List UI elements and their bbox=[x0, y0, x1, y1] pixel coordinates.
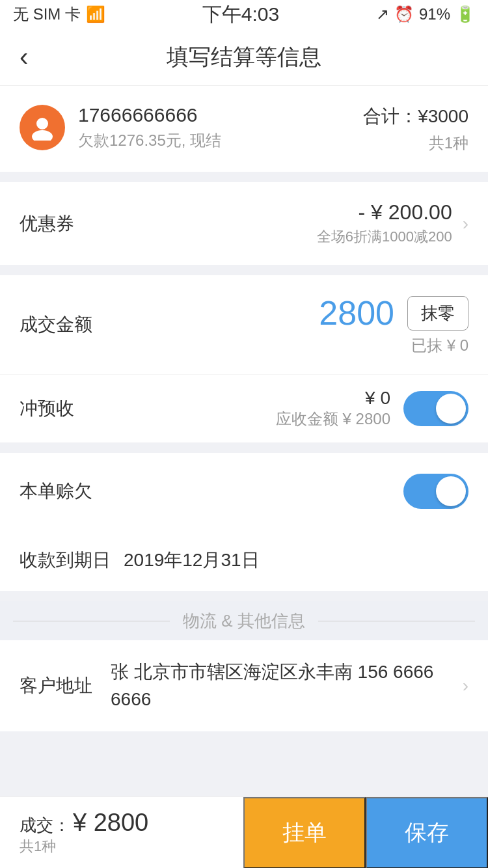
address-row[interactable]: 客户地址 张 北京市市辖区海淀区永丰南 156 6666 6666 › bbox=[0, 640, 488, 731]
bottom-deal-label: 成交： bbox=[20, 814, 70, 837]
customer-right: 合计：¥3000 共1种 bbox=[363, 104, 468, 154]
debt-toggle[interactable] bbox=[403, 474, 468, 509]
customer-left: 17666666666 欠款1276.35元, 现结 bbox=[20, 104, 221, 151]
debt-label: 本单赊欠 bbox=[20, 479, 92, 504]
address-value: 张 北京市市辖区海淀区永丰南 156 6666 6666 bbox=[111, 658, 450, 713]
deal-amount-label: 成交金额 bbox=[20, 312, 92, 337]
no-sim-label: 无 SIM 卡 bbox=[13, 4, 81, 25]
nav-bar: ‹ 填写结算等信息 bbox=[0, 29, 488, 86]
coupon-right: - ¥ 200.00 全场6折满1000减200 bbox=[317, 200, 452, 247]
divider-3 bbox=[0, 442, 488, 453]
logistics-divider: 物流 & 其他信息 bbox=[0, 601, 488, 640]
svg-point-0 bbox=[36, 118, 48, 129]
coupon-amount: - ¥ 200.00 bbox=[317, 200, 452, 224]
alarm-icon: ⏰ bbox=[394, 5, 414, 23]
customer-sub: 欠款1276.35元, 现结 bbox=[78, 130, 221, 151]
divider-line-left bbox=[13, 621, 170, 621]
customer-total: 合计：¥3000 bbox=[363, 104, 468, 129]
svg-point-1 bbox=[32, 130, 53, 141]
bottom-count: 共1种 bbox=[20, 837, 224, 856]
divider-4 bbox=[0, 591, 488, 601]
divider-2 bbox=[0, 265, 488, 275]
customer-info: 17666666666 欠款1276.35元, 现结 bbox=[78, 104, 221, 151]
deal-amount-value: 2800 抹零 bbox=[319, 293, 468, 332]
chong-label: 冲预收 bbox=[20, 396, 74, 421]
due-date-label: 收款到期日 bbox=[20, 548, 111, 573]
divider-1 bbox=[0, 172, 488, 182]
deal-section: 成交金额 2800 抹零 已抹 ¥ 0 冲预收 ¥ 0 应收金额 ¥ 2800 bbox=[0, 275, 488, 442]
chong-toggle[interactable] bbox=[403, 391, 468, 426]
status-left: 无 SIM 卡 📶 bbox=[13, 4, 105, 25]
status-bar: 无 SIM 卡 📶 下午4:03 ↗ ⏰ 91% 🔋 bbox=[0, 0, 488, 29]
location-icon: ↗ bbox=[376, 5, 389, 23]
coupon-desc: 全场6折满1000减200 bbox=[317, 227, 452, 247]
due-date-row: 收款到期日 2019年12月31日 bbox=[0, 530, 488, 591]
hold-button[interactable]: 挂单 bbox=[243, 797, 366, 869]
status-time: 下午4:03 bbox=[202, 1, 279, 28]
customer-card: 17666666666 欠款1276.35元, 现结 合计：¥3000 共1种 bbox=[0, 86, 488, 172]
deal-amount-right: 2800 抹零 已抹 ¥ 0 bbox=[319, 293, 468, 356]
chong-right: ¥ 0 应收金额 ¥ 2800 bbox=[276, 388, 468, 429]
chong-sub: 应收金额 ¥ 2800 bbox=[276, 409, 390, 429]
address-chevron: › bbox=[463, 675, 468, 696]
coupon-value-right: - ¥ 200.00 全场6折满1000减200 › bbox=[317, 200, 468, 247]
deal-amount-number: 2800 bbox=[319, 293, 394, 332]
battery-icon: 🔋 bbox=[455, 5, 475, 23]
coupon-section: 优惠券 - ¥ 200.00 全场6折满1000减200 › bbox=[0, 182, 488, 265]
chong-row: 冲预收 ¥ 0 应收金额 ¥ 2800 bbox=[0, 375, 488, 442]
chong-value: ¥ 0 应收金额 ¥ 2800 bbox=[276, 388, 390, 429]
chong-amount: ¥ 0 bbox=[276, 388, 390, 409]
avatar bbox=[20, 105, 65, 150]
customer-count: 共1种 bbox=[363, 133, 468, 154]
due-date-value: 2019年12月31日 bbox=[124, 548, 260, 573]
address-label: 客户地址 bbox=[20, 673, 98, 698]
logistics-text: 物流 & 其他信息 bbox=[183, 610, 305, 632]
coupon-chevron: › bbox=[463, 213, 468, 234]
back-button[interactable]: ‹ bbox=[20, 42, 59, 72]
coupon-label: 优惠券 bbox=[20, 211, 74, 236]
deal-amount-row: 成交金额 2800 抹零 已抹 ¥ 0 bbox=[0, 275, 488, 375]
divider-line-right bbox=[318, 621, 475, 621]
wifi-icon: 📶 bbox=[86, 5, 105, 23]
bottom-bar: 成交： ¥ 2800 共1种 挂单 保存 bbox=[0, 796, 488, 868]
coupon-row[interactable]: 优惠券 - ¥ 200.00 全场6折满1000减200 › bbox=[0, 182, 488, 265]
debt-row: 本单赊欠 bbox=[0, 453, 488, 530]
deal-amount-sub: 已抹 ¥ 0 bbox=[319, 335, 468, 356]
save-button[interactable]: 保存 bbox=[366, 797, 488, 869]
battery-level: 91% bbox=[419, 5, 450, 23]
bottom-amount: ¥ 2800 bbox=[73, 809, 148, 837]
bottom-deal-row: 成交： ¥ 2800 bbox=[20, 809, 224, 837]
customer-phone: 17666666666 bbox=[78, 104, 221, 126]
status-right: ↗ ⏰ 91% 🔋 bbox=[376, 5, 475, 23]
debt-section: 本单赊欠 收款到期日 2019年12月31日 bbox=[0, 453, 488, 591]
round-zero-button[interactable]: 抹零 bbox=[407, 296, 468, 331]
page-title: 填写结算等信息 bbox=[59, 42, 429, 72]
bottom-summary: 成交： ¥ 2800 共1种 bbox=[0, 809, 243, 856]
